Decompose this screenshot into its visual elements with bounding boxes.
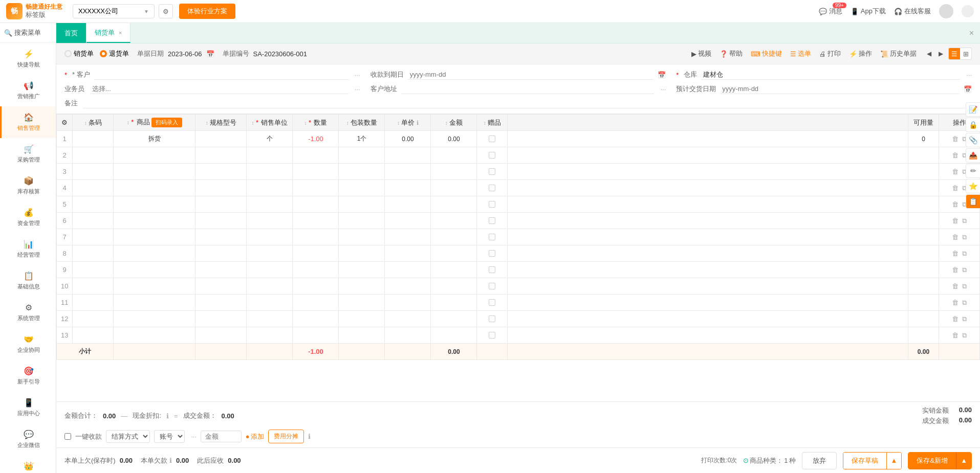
scan-btn[interactable]: 扫码录入 [151, 118, 182, 127]
one-click-payment-checkbox[interactable] [64, 433, 71, 440]
cell-quantity[interactable] [293, 295, 339, 311]
cell-spec[interactable] [195, 213, 247, 229]
salesperson-input[interactable] [90, 84, 349, 94]
prev-btn[interactable]: ◀ [924, 49, 934, 59]
cell-barcode[interactable] [73, 229, 114, 245]
th-settings[interactable]: ⚙ [57, 115, 73, 131]
cell-amount[interactable] [431, 180, 477, 196]
sidebar-item-guide[interactable]: 🎯 新手引导 [0, 360, 56, 392]
select-btn[interactable]: ☰ 选单 [787, 48, 814, 60]
window-close-btn[interactable]: × [969, 29, 974, 38]
cell-unit-price[interactable] [385, 327, 431, 344]
copy-icon[interactable]: ⧉ [962, 315, 967, 323]
cell-sales-unit[interactable]: 个 [247, 131, 293, 147]
cell-barcode[interactable] [73, 327, 114, 344]
avatar[interactable] [939, 4, 953, 18]
radio-sales-order[interactable]: 销货单 [64, 49, 94, 58]
cell-package-qty[interactable] [339, 295, 385, 311]
sidebar-item-capital[interactable]: 💰 资金管理 [0, 201, 56, 233]
cell-spec[interactable] [195, 147, 247, 164]
cell-sales-unit[interactable] [247, 262, 293, 278]
cell-goods[interactable] [114, 327, 195, 344]
cell-gift[interactable] [477, 278, 508, 295]
cell-sales-unit[interactable] [247, 164, 293, 180]
cell-sales-unit[interactable] [247, 245, 293, 262]
tab-home[interactable]: 首页 [56, 23, 86, 43]
settlement-method-select[interactable]: 结算方式 [106, 430, 150, 443]
cell-gift[interactable] [477, 245, 508, 262]
cell-amount[interactable] [431, 229, 477, 245]
cell-quantity[interactable] [293, 262, 339, 278]
salesperson-more-icon[interactable]: ··· [355, 85, 360, 93]
delete-icon[interactable]: 🗑 [952, 299, 959, 306]
copy-icon[interactable]: ⧉ [962, 233, 967, 241]
cell-goods[interactable] [114, 245, 195, 262]
trial-btn[interactable]: 体验行业方案 [179, 4, 235, 19]
sidebar-item-app-center[interactable]: 📱 应用中心 [0, 392, 56, 423]
cell-spec[interactable] [195, 295, 247, 311]
delete-icon[interactable]: 🗑 [952, 250, 959, 257]
sidebar-item-member[interactable]: 👑 畅会员 [0, 455, 56, 473]
warehouse-input[interactable] [701, 70, 960, 80]
draft-btn[interactable]: 保存草稿 [843, 453, 886, 469]
company-select[interactable]: XXXXXX公司 ▼ [73, 4, 155, 18]
cell-gift[interactable] [477, 147, 508, 164]
customer-input[interactable] [94, 70, 349, 80]
help-btn[interactable]: ❓ 帮助 [716, 48, 746, 60]
copy-icon[interactable]: ⧉ [962, 266, 967, 274]
delete-icon[interactable]: 🗑 [952, 217, 959, 224]
cell-package-qty[interactable] [339, 213, 385, 229]
cell-goods[interactable] [114, 147, 195, 164]
cell-barcode[interactable] [73, 196, 114, 213]
cell-barcode[interactable] [73, 164, 114, 180]
info-icon2[interactable]: ℹ [169, 457, 172, 464]
account-more-icon[interactable]: ··· [191, 433, 197, 440]
cell-barcode[interactable] [73, 311, 114, 327]
remarks-input[interactable] [83, 98, 972, 108]
float-btn-1[interactable]: 📝 [966, 102, 980, 117]
cell-quantity[interactable]: -1.00 [293, 131, 339, 147]
cell-gift[interactable] [477, 229, 508, 245]
cell-gift[interactable] [477, 131, 508, 147]
cell-sales-unit[interactable] [247, 147, 293, 164]
delete-icon[interactable]: 🗑 [952, 233, 959, 241]
cell-goods[interactable] [114, 196, 195, 213]
add-payment-btn[interactable]: ● 添加 [246, 432, 264, 441]
sidebar-item-inventory[interactable]: 📦 库存核算 [0, 170, 56, 201]
cell-amount[interactable] [431, 327, 477, 344]
cell-unit-price[interactable] [385, 213, 431, 229]
radio-return-order[interactable]: 退货单 [100, 49, 129, 58]
copy-icon[interactable]: ⧉ [962, 299, 967, 306]
operate-btn[interactable]: ⚡ 操作 [846, 48, 875, 60]
float-btn-6[interactable]: ⭐ [966, 179, 980, 193]
cell-spec[interactable] [195, 164, 247, 180]
cell-amount[interactable] [431, 164, 477, 180]
cell-unit-price[interactable] [385, 311, 431, 327]
shortcut-btn[interactable]: ⌨ 快捷键 [748, 48, 785, 60]
cell-sales-unit[interactable] [247, 295, 293, 311]
print-btn[interactable]: 🖨 打印 [816, 48, 844, 60]
cell-package-qty[interactable]: 1个 [339, 131, 385, 147]
cell-spec[interactable] [195, 196, 247, 213]
cell-amount[interactable] [431, 213, 477, 229]
app-download-btn[interactable]: 📱 App下载 [851, 7, 886, 16]
cell-goods[interactable] [114, 262, 195, 278]
sidebar-item-wechat[interactable]: 💬 企业微信 [0, 423, 56, 455]
float-btn-5[interactable]: ✏ [966, 164, 980, 178]
cell-package-qty[interactable] [339, 164, 385, 180]
cell-unit-price[interactable] [385, 262, 431, 278]
cell-amount[interactable] [431, 147, 477, 164]
grid-view-btn[interactable]: ⊞ [960, 48, 971, 59]
delete-icon[interactable]: 🗑 [952, 200, 959, 208]
payment-calendar-icon[interactable]: 📅 [658, 71, 666, 79]
cell-unit-price[interactable] [385, 147, 431, 164]
cell-package-qty[interactable] [339, 180, 385, 196]
fee-split-btn[interactable]: 费用分摊 [268, 430, 304, 443]
cell-amount[interactable] [431, 245, 477, 262]
payment-due-input[interactable] [408, 70, 654, 80]
cell-amount[interactable] [431, 295, 477, 311]
cell-unit-price[interactable] [385, 164, 431, 180]
cell-quantity[interactable] [293, 311, 339, 327]
cell-quantity[interactable] [293, 164, 339, 180]
cell-spec[interactable] [195, 311, 247, 327]
